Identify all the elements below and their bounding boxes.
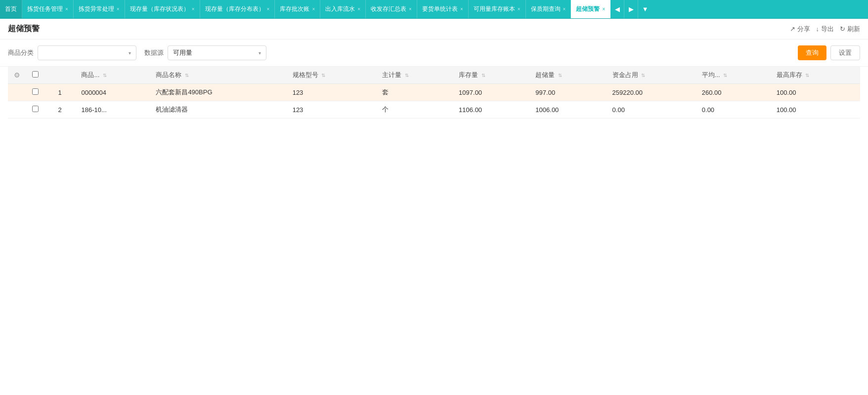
col-stock-label: 库存量 [459,71,478,79]
col-product-name-label: 商品名称 [156,71,181,79]
table-area: ⚙ 商品... ⇅ 商品名称 ⇅ 规格型号 ⇅ [0,67,868,118]
row-checkbox-cell [26,84,44,101]
select-all-checkbox[interactable] [32,71,39,78]
col-product-code-sort-icon[interactable]: ⇅ [103,73,107,78]
row-settings-cell [8,101,26,118]
share-button[interactable]: ↗ 分享 [790,25,810,34]
close-icon[interactable]: × [460,6,463,12]
query-button[interactable]: 查询 [798,45,826,60]
col-avg-label: 平均... [702,71,720,79]
share-icon: ↗ [790,25,795,33]
nav-tab-xczl[interactable]: 现存量（库存状况表）× [125,0,200,19]
col-unit: 主计量 ⇅ [376,67,453,84]
col-product-name-sort-icon[interactable]: ⇅ [185,73,189,78]
nav-tab-lhgl[interactable]: 拣货任务管理× [22,0,74,19]
col-spec-sort-icon[interactable]: ⇅ [321,73,325,78]
category-chevron-icon: ▾ [129,50,131,56]
datasource-chevron-icon: ▾ [259,50,261,56]
close-icon[interactable]: × [117,6,120,12]
category-filter-group: 商品分类 ▾ [8,45,136,60]
col-overstock-label: 超储量 [535,71,555,79]
row-spec: 123 [287,84,376,101]
col-product-name: 商品名称 ⇅ [150,67,286,84]
nav-tab-kyck[interactable]: 可用量库存账本× [469,0,526,19]
close-icon[interactable]: × [602,6,605,12]
nav-tab-sfhz[interactable]: 收发存汇总表× [366,0,417,19]
row-max-stock: 100.00 [771,101,860,118]
row-stock: 1097.00 [453,84,529,101]
col-unit-label: 主计量 [382,71,401,79]
row-capital: 0.00 [607,101,696,118]
col-row-num [44,67,75,84]
col-overstock: 超储量 ⇅ [529,67,606,84]
nav-tab-home[interactable]: 首页 [0,0,22,19]
table-gear-icon[interactable]: ⚙ [14,71,20,79]
close-icon[interactable]: × [357,6,360,12]
row-unit: 个 [376,101,453,118]
close-icon[interactable]: × [192,6,195,12]
col-unit-sort-icon[interactable]: ⇅ [405,73,409,78]
export-button[interactable]: ↓ 导出 [816,25,834,34]
table-row: 2 186-10... 机油滤清器 123 个 1106.00 1006.00 … [8,101,860,118]
datasource-value: 可用量 [173,48,192,57]
row-unit: 套 [376,84,453,101]
close-icon[interactable]: × [267,6,270,12]
close-icon[interactable]: × [518,6,521,12]
col-stock-sort-icon[interactable]: ⇅ [481,73,485,78]
col-overstock-sort-icon[interactable]: ⇅ [558,73,562,78]
category-select[interactable]: ▾ [38,45,136,60]
category-label: 商品分类 [8,48,34,57]
page-header: 超储预警 ↗ 分享 ↓ 导出 ↻ 刷新 [0,19,868,40]
table-header: ⚙ 商品... ⇅ 商品名称 ⇅ 规格型号 ⇅ [8,67,860,84]
row-max-stock: 100.00 [771,84,860,101]
row-settings-cell [8,84,26,101]
row-checkbox-cell [26,101,44,118]
col-checkbox [26,67,44,84]
nav-more-arrow[interactable]: ▼ [638,0,652,19]
row-product-code: 186-10... [75,101,150,118]
nav-tab-lhyc[interactable]: 拣货异常处理× [74,0,125,19]
nav-prev-arrow[interactable]: ◀ [610,0,624,19]
col-avg-sort-icon[interactable]: ⇅ [723,73,727,78]
datasource-select[interactable]: 可用量 ▾ [168,45,266,60]
col-spec-label: 规格型号 [293,71,318,79]
table-body: 1 0000004 六配套新昌490BPG 123 套 1097.00 997.… [8,84,860,118]
nav-next-arrow[interactable]: ▶ [624,0,638,19]
nav-tab-bzcq[interactable]: 保质期查询× [526,0,571,19]
close-icon[interactable]: × [409,6,412,12]
table-row: 1 0000004 六配套新昌490BPG 123 套 1097.00 997.… [8,84,860,101]
row-overstock: 1006.00 [529,101,606,118]
filter-area: 商品分类 ▾ 数据源 可用量 ▾ 查询 设置 [0,40,868,67]
row-avg: 0.00 [696,101,771,118]
col-avg: 平均... ⇅ [696,67,771,84]
row-number: 2 [44,101,75,118]
page-title: 超储预警 [8,24,40,34]
col-capital-label: 资金占用 [612,71,638,79]
col-settings: ⚙ [8,67,26,84]
refresh-button[interactable]: ↻ 刷新 [840,25,860,34]
row-checkbox[interactable] [32,88,39,95]
nav-tab-ygtj[interactable]: 要货单统计表× [417,0,469,19]
nav-tab-xcfb[interactable]: 现存量（库存分布表）× [200,0,275,19]
nav-tab-ckls[interactable]: 出入库流水× [320,0,366,19]
row-product-name: 六配套新昌490BPG [150,84,286,101]
col-product-code-label: 商品... [81,71,99,79]
data-table: ⚙ 商品... ⇅ 商品名称 ⇅ 规格型号 ⇅ [8,67,860,118]
close-icon[interactable]: × [563,6,566,12]
settings-button[interactable]: 设置 [830,45,860,60]
col-max-stock-sort-icon[interactable]: ⇅ [805,73,809,78]
row-product-code: 0000004 [75,84,150,101]
nav-tab-ccyj[interactable]: 超储预警× [571,0,610,19]
nav-tab-kppc[interactable]: 库存批次账× [275,0,320,19]
col-spec: 规格型号 ⇅ [287,67,376,84]
row-checkbox[interactable] [32,106,39,112]
col-capital-sort-icon[interactable]: ⇅ [641,73,645,78]
refresh-icon: ↻ [840,25,845,33]
col-max-stock: 最高库存 ⇅ [771,67,860,84]
row-spec: 123 [287,101,376,118]
close-icon[interactable]: × [312,6,315,12]
close-icon[interactable]: × [65,6,68,12]
table-header-row: ⚙ 商品... ⇅ 商品名称 ⇅ 规格型号 ⇅ [8,67,860,84]
row-avg: 260.00 [696,84,771,101]
datasource-filter-group: 数据源 可用量 ▾ [144,45,266,60]
